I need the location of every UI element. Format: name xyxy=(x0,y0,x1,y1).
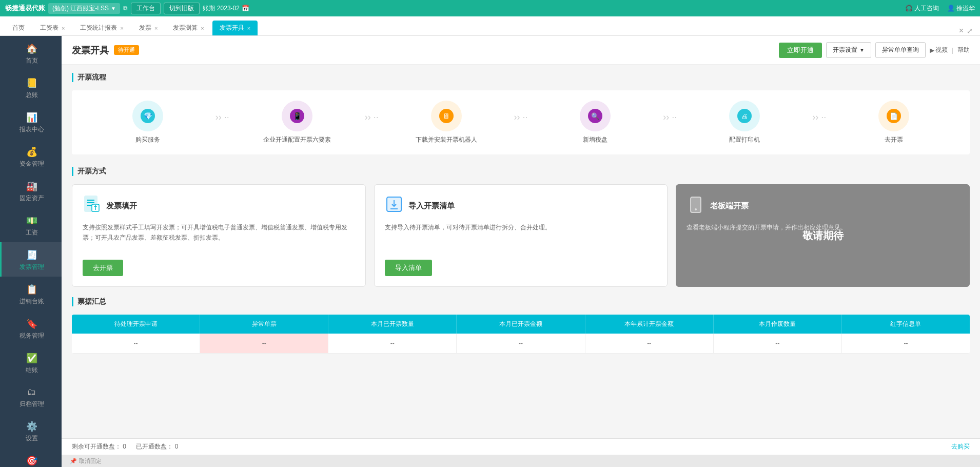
method-manual-header: 发票填开 xyxy=(83,195,355,217)
sidebar-item-archive-label: 归档管理 xyxy=(19,400,44,408)
flow-step-taxdisk-label: 新增税盘 xyxy=(583,135,607,144)
top-bar-left: 畅捷通易代账 (勉创) 江西服宝-LSS ▼ ⧉ 工作台 切到旧版 账期 202… xyxy=(5,3,249,14)
sidebar-item-ledger-label: 总账 xyxy=(26,91,38,100)
tab-invoice-calc-close[interactable]: × xyxy=(201,25,204,31)
tab-salary-table[interactable]: 工资表 × xyxy=(33,21,72,35)
chevron-settings-icon: ▼ xyxy=(859,47,865,53)
summary-header-redletter: 红字信息单 xyxy=(842,315,970,334)
svg-point-22 xyxy=(695,208,697,210)
sidebar-item-assets-label: 固定资产 xyxy=(19,194,44,203)
workspace-button[interactable]: 工作台 xyxy=(131,3,161,14)
flow-step-printer-label: 配置打印机 xyxy=(729,135,760,144)
sidebar-item-reports[interactable]: 📊 报表中心 xyxy=(0,105,62,139)
tab-salary-table-close[interactable]: × xyxy=(62,25,65,31)
nav-tabs: 首页 工资表 × 工资统计报表 × 发票 × 发票测算 × 发票开具 × × ⤢ xyxy=(0,16,980,36)
close-window-icon[interactable]: × xyxy=(959,26,964,35)
help-button[interactable]: 帮助 xyxy=(957,46,970,54)
flow-step-download-icon: 🖥 xyxy=(431,101,462,131)
sidebar-item-tax[interactable]: 🔖 税务管理 xyxy=(0,311,62,345)
sidebar-item-archive[interactable]: 🗂 归档管理 xyxy=(0,380,62,414)
resize-window-icon[interactable]: ⤢ xyxy=(967,27,973,35)
flow-steps: 💎 购买服务 ›› ·· 📱 企业开通配置开票六要素 ›› ·· xyxy=(72,90,970,154)
divider: | xyxy=(952,47,953,54)
tab-home[interactable]: 首页 xyxy=(5,21,32,35)
summary-header-pending: 待处理开票申请 xyxy=(72,315,200,334)
flow-step-open-label: 去开票 xyxy=(885,135,903,144)
tab-invoice-open-close[interactable]: × xyxy=(247,25,250,31)
remaining-label: 剩余可开通数盘： xyxy=(72,443,121,450)
sidebar-item-salary[interactable]: 💵 工资 xyxy=(0,208,62,242)
svg-text:📄: 📄 xyxy=(890,112,898,121)
flow-step-buy-icon: 💎 xyxy=(132,101,163,131)
tab-invoice-close[interactable]: × xyxy=(154,25,158,31)
tab-salary-table-label: 工资表 xyxy=(40,24,58,32)
assets-icon: 🏭 xyxy=(26,181,37,192)
chevron-down-icon: ▼ xyxy=(111,6,116,11)
archive-icon: 🗂 xyxy=(27,387,36,398)
tab-invoice[interactable]: 发票 × xyxy=(132,21,165,35)
sidebar-item-ledger[interactable]: 📒 总账 xyxy=(0,70,62,105)
copy-icon[interactable]: ⧉ xyxy=(123,5,128,12)
footer-bar: 剩余可开通数盘： 0 已开通数盘： 0 去购买 xyxy=(62,438,980,455)
methods-section-title: 开票方式 xyxy=(72,167,970,176)
flow-step-taxdisk: 🔍 新增税盘 xyxy=(530,101,661,144)
tab-salary-report[interactable]: 工资统计报表 × xyxy=(73,21,130,35)
summary-header-void-count: 本月作废数量 xyxy=(714,315,842,334)
tab-salary-report-close[interactable]: × xyxy=(120,25,123,31)
method-import-icon xyxy=(385,195,403,217)
tab-invoice-open[interactable]: 发票开具 × xyxy=(212,21,258,35)
flow-step-taxdisk-icon: 🔍 xyxy=(580,101,611,131)
summary-exception-value: -- xyxy=(200,334,328,354)
immediate-open-button[interactable]: 立即开通 xyxy=(779,43,822,58)
flow-step-download: 🖥 下载并安装开票机器人 xyxy=(381,101,512,144)
sidebar-item-salary-label: 工资 xyxy=(26,228,38,237)
svg-text:🖥: 🖥 xyxy=(443,112,450,120)
summary-data-row: -- -- -- -- -- -- -- xyxy=(72,334,970,354)
method-import-header: 导入开票清单 xyxy=(385,195,657,217)
pin-icon[interactable]: 📌 xyxy=(70,458,77,464)
switch-old-button[interactable]: 切到旧版 xyxy=(164,3,200,14)
summary-header: 待处理开票申请 异常单票 本月已开票数量 本月已开票金额 本年累计开票金额 本月… xyxy=(72,315,970,334)
tab-home-label: 首页 xyxy=(12,24,25,32)
opened-value: 0 xyxy=(175,443,179,450)
window-controls: × ⤢ xyxy=(959,26,975,35)
sidebar-item-capital[interactable]: 💰 资金管理 xyxy=(0,139,62,173)
company-selector[interactable]: (勉创) 江西服宝-LSS ▼ xyxy=(48,3,120,14)
sidebar-item-purchase[interactable]: 📋 进销台账 xyxy=(0,277,62,311)
view-button[interactable]: ▶ 视频 xyxy=(930,46,948,54)
open-settings-button[interactable]: 开票设置 ▼ xyxy=(826,42,871,58)
calendar-icon[interactable]: 📅 xyxy=(242,5,249,12)
sidebar-item-capital-label: 资金管理 xyxy=(19,160,44,168)
svg-text:🔍: 🔍 xyxy=(591,112,600,121)
opened-label: 已开通数盘： xyxy=(136,443,173,450)
period-selector[interactable]: 账期 2023-02 📅 xyxy=(203,4,249,13)
remaining-value: 0 xyxy=(123,443,126,450)
tab-invoice-calc[interactable]: 发票测算 × xyxy=(166,21,211,35)
exception-query-button[interactable]: 异常单单查询 xyxy=(875,42,926,58)
app-logo: 畅捷通易代账 xyxy=(5,4,45,13)
go-open-invoice-button[interactable]: 去开票 xyxy=(83,260,123,276)
sidebar-item-assets[interactable]: 🏭 固定资产 xyxy=(0,173,62,208)
buy-link[interactable]: 去购买 xyxy=(951,442,970,451)
summary-void-count-value: -- xyxy=(714,334,842,354)
tab-invoice-calc-label: 发票测算 xyxy=(173,24,198,32)
sidebar-item-invoice[interactable]: 🧾 发票管理 xyxy=(0,242,62,277)
import-list-button[interactable]: 导入清单 xyxy=(385,260,432,276)
sidebar-item-checkout[interactable]: ✅ 结账 xyxy=(0,345,62,380)
sidebar: 🏠 首页 📒 总账 📊 报表中心 💰 资金管理 🏭 固定资产 💵 工资 🧾 发票… xyxy=(0,36,62,467)
sidebar-item-guide[interactable]: 🎯 新手引导 xyxy=(0,448,62,467)
sidebar-item-invoice-label: 发票管理 xyxy=(19,263,44,271)
tab-salary-report-label: 工资统计报表 xyxy=(80,24,117,32)
methods-grid: 发票填开 支持按照发票样式手工填写开发票；可开具增值税电子普通发票、增值税普通发… xyxy=(72,184,970,287)
flow-arrow-3: ›› ·· xyxy=(512,112,530,123)
purchase-icon: 📋 xyxy=(26,284,37,295)
service-button[interactable]: 🎧 人工咨询 xyxy=(905,4,939,13)
page-title: 发票开具 xyxy=(72,44,109,56)
flow-step-config: 📱 企业开通配置开票六要素 xyxy=(231,101,363,144)
flow-section-title: 开票流程 xyxy=(72,73,970,82)
method-manual-title: 发票填开 xyxy=(106,201,137,211)
method-card-boss: 老板端开票 查看老板端小程序提交的开票申请，并作出相应处理意见。 敬请期待 xyxy=(676,184,970,287)
user-button[interactable]: 👤 徐溢华 xyxy=(947,4,975,13)
sidebar-item-home[interactable]: 🏠 首页 xyxy=(0,36,62,70)
sidebar-item-settings[interactable]: ⚙️ 设置 xyxy=(0,414,62,448)
